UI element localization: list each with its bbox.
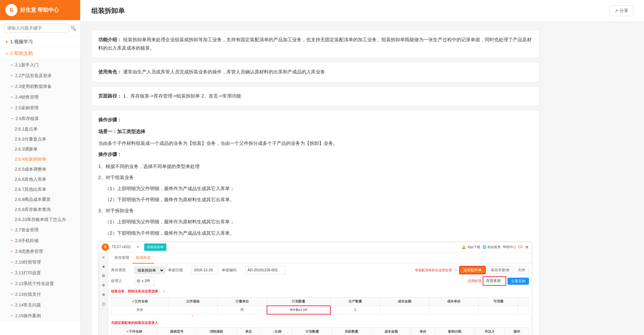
sidebar-item-sales[interactable]: + 2.4销售管理 (0, 92, 80, 103)
path-block: 页面路径： 1、库存核算->库存管理->组装拆卸单 2、首页->常用功能 (91, 86, 539, 106)
sidebar-item-payment[interactable]: + 2.13在线支付 (0, 289, 80, 300)
path-label: 页面路径： (98, 93, 122, 99)
sidebar-item-assembly[interactable]: 2.6.4组装拆卸单 (0, 154, 80, 164)
step3-2-text: （2）下部明细为子件明细，最终作为产成品生成其它入库单。 (98, 229, 532, 237)
sidebar-item-split-stock[interactable]: 2.6.2分量盘点单 (0, 134, 80, 144)
mock-icon-menu[interactable]: ≡ (102, 254, 104, 261)
app-title: 好生意 帮助中心 (20, 7, 59, 14)
mock-logo: 6 (102, 243, 109, 251)
sidebar-item-inventory[interactable]: − 2.6库存核算 (0, 113, 80, 124)
mock-icon-x[interactable]: ⊗ (102, 291, 105, 298)
mock-lower-table: ✓子件名称 规格型号 消耗规格 单位 →比例 计划数量 实际数量 (111, 327, 529, 335)
mock-has-config-annotation: 有装配清单的在这里处理 (415, 267, 452, 273)
mock-body: ≡ ★ ⊞ ⊕ ⊗ ◫ 库存管理 新增单据 (99, 253, 532, 335)
logo-icon: 6 (5, 4, 17, 16)
content-area: 功能介绍： 组装拆卸单用来处理企业组装或拆卸等加工业务，支持有固定装配清单的产品… (80, 22, 550, 335)
mock-qty-cell: 单件数≥1 0件 (267, 306, 330, 314)
mock-form-row2: 处理人 处 ≤ 2件 启用处理 存货库房 立案采购 (111, 276, 529, 286)
sidebar-item-ops[interactable]: + 2.10经营管理 (0, 257, 80, 268)
mock-no-config-annotation: 无固定装配单的组装在这里录入 (111, 320, 529, 326)
sidebar-item-stock-check[interactable]: 2.6.9库存账本查询 (0, 205, 80, 215)
mock-upper-table-wrapper: ✓父件名称 父件规格 计量单位 计划数量 生产数量 成本金额 成本单价 (111, 297, 529, 315)
mock-icon-add[interactable]: ⊕ (102, 282, 105, 289)
mock-annotation-area: 有装配清单的在这里处理 → 选装配料单 保存并新增 关闭 (415, 266, 529, 274)
sidebar-item-cases[interactable]: + 2.15操作案例 (0, 311, 80, 321)
sidebar-item-other-in[interactable]: 2.6.6其他入库单 (0, 174, 80, 184)
mock-upper-table: ✓父件名称 父件规格 计量单位 计划数量 生产数量 成本金额 成本单价 (111, 297, 529, 315)
mock-batch-field: 存货库房 (483, 276, 506, 286)
sidebar-item-mobile[interactable]: + 2.8手机旺铺 (0, 235, 80, 246)
mock-tab-new-doc[interactable]: 新增单据 (132, 253, 154, 264)
help-docs-subnav: + 2.1新手入门 + 2.2产品安装及登录 + 2.3使用前数据准备 + 2.… (0, 60, 80, 321)
main-content: 组装拆卸单 ↗ 分享 功能介绍： 组装拆卸单用来处理企业组装或拆卸等加工业务，支… (80, 0, 644, 335)
step1-text: 1、根据不同的业务，选择不同单据的类型来处理 (98, 162, 532, 171)
mock-form-row1: 库存类型 组装拆卸单 单据日期 2019-12-26 单据编码 AD-20191… (111, 266, 529, 275)
expand-icon: + (5, 39, 8, 45)
mock-tab-inventory[interactable]: 库存管理 (111, 253, 132, 264)
sidebar-item-finance[interactable]: + 2.7资金管理 (0, 225, 80, 235)
mock-new-doc-btn[interactable]: 组装拆卸单 (144, 243, 166, 251)
step2-2-text: （2）下部明细为子件明细，最终作为原材料生成其它出库单。 (98, 196, 532, 204)
mock-form-row3: 组装业务、拆卸业务在这里选择 ↓ (111, 288, 529, 295)
role-block: 使用角色： 通常由生产人员或库管人员完成拆装业务的操作，库管人员确认原材料的出库… (91, 62, 539, 82)
scenario-screenshot: 6 TEST-H002 ▼ 组装拆卸单 🔔 App下载 🌐 初始检查 帮助中心 … (98, 241, 532, 335)
sidebar-item-purchase[interactable]: + 2.5采购管理 (0, 103, 80, 113)
mock-header-right: 🔔 App下载 🌐 初始检查 帮助中心 CC ✕ (462, 243, 529, 252)
mock-code-value: AD-20191226-001 (245, 266, 285, 275)
collapse-icon-inventory: − (11, 116, 13, 121)
sidebar-item-install[interactable]: + 2.2产品安装及登录 (0, 70, 80, 81)
expand-icon-sm: + (11, 63, 13, 67)
path-text: 1、库存核算->库存管理->组装拆卸单 2、首页->常用功能 (123, 93, 241, 99)
mock-qty-arrow: ↓ (192, 312, 194, 319)
sidebar-item-newbie[interactable]: + 2.1新手入门 (0, 60, 80, 70)
mock-action-btn[interactable]: 选装配料单 (459, 266, 486, 274)
sidebar-item-custom[interactable]: + 2.12系统个性化设置 (0, 278, 80, 289)
mock-icon-grid[interactable]: ⊞ (102, 273, 105, 279)
sidebar-item-coupon[interactable]: + 2.9优惠券管理 (0, 246, 80, 257)
steps-block: 操作步骤： 场景一：加工类型选择 当由多个子件材料组装成一个成品的业务为【组装】… (91, 110, 539, 335)
search-icon[interactable]: 🔍 (70, 25, 76, 31)
sidebar-header: 6 好生意 帮助中心 (0, 0, 80, 20)
mock-other-btn[interactable]: 关闭 (514, 266, 529, 274)
sidebar-item-data-prep[interactable]: + 2.3使用前数据准备 (0, 81, 80, 92)
share-icon: ↗ (614, 8, 618, 13)
steps-title: 操作步骤： (98, 116, 532, 124)
sidebar-item-stocktake[interactable]: 2.6.1盘点单 (0, 124, 80, 134)
step2-text: 2、对于组装业务 (98, 173, 532, 182)
sidebar-item-adjust[interactable]: 2.6.3调拨单 (0, 144, 80, 154)
step3-1-text: （1）上部明细为父件明细，最终作为原材料生成其它出库单； (98, 218, 532, 226)
sidebar-item-help-docs[interactable]: − 2.帮助文档 (0, 48, 80, 60)
sidebar-item-cost-adjust[interactable]: 2.6.5成本调整单 (0, 164, 80, 174)
step2-1-text: （1）上部明细为父件明细，最终作为产成品生成其它入库单； (98, 184, 532, 193)
mock-close-icon[interactable]: ✕ (525, 243, 529, 252)
mock-date-value: 2019-12-26 (192, 266, 218, 275)
sidebar-item-other-out[interactable]: 2.6.7其他出库单 (0, 184, 80, 194)
search-box: 🔍 (0, 20, 80, 36)
sidebar-item-stock-err[interactable]: 2.6.10库存账本错了怎么办 (0, 215, 80, 225)
mock-tab-bar: 库存管理 新增单据 (108, 253, 532, 264)
intro-block: 功能介绍： 组装拆卸单用来处理企业组装或拆卸等加工业务，支持有固定装配清单的产品… (91, 30, 539, 58)
mock-save-btn[interactable]: 保存并新增 (487, 266, 513, 274)
mock-assembly-annotation: 组装业务、拆卸业务在这里选择 (111, 288, 158, 294)
mock-doc-type-select[interactable]: 组装拆卸单 (135, 267, 165, 274)
sidebar-item-goods-cost[interactable]: 2.6.8商品成本重算 (0, 194, 80, 205)
sidebar-item-faq[interactable]: + 2.14常见问题 (0, 300, 80, 311)
mock-icon-split[interactable]: ◫ (102, 301, 105, 308)
share-button[interactable]: ↗ 分享 (609, 5, 633, 16)
mock-batch-btn[interactable]: 立案采购 (507, 278, 529, 285)
mock-num-label: 处理人 (111, 278, 131, 284)
mock-batch-label: 启用处理 (468, 278, 481, 284)
mock-date-label: 单据日期 (168, 267, 188, 274)
page-title: 组装拆卸单 (91, 6, 125, 15)
step3-text: 3、对于拆卸业务 (98, 207, 532, 215)
search-input[interactable] (4, 23, 68, 33)
mock-company: TEST-H002 (112, 244, 131, 250)
sidebar-item-video[interactable]: + 1.视频学习 (0, 36, 80, 48)
mock-icon-star[interactable]: ★ (102, 264, 105, 270)
role-label: 使用角色： (98, 69, 122, 74)
collapse-icon: − (5, 51, 8, 56)
mock-doc-type-label: 库存类型 (111, 267, 131, 274)
sidebar-item-print[interactable]: + 2.11打印设置 (0, 268, 80, 278)
scenario-title: 场景一：加工类型选择 (98, 127, 532, 136)
mock-form-area: 库存类型 组装拆卸单 单据日期 2019-12-26 单据编码 AD-20191… (108, 264, 532, 335)
